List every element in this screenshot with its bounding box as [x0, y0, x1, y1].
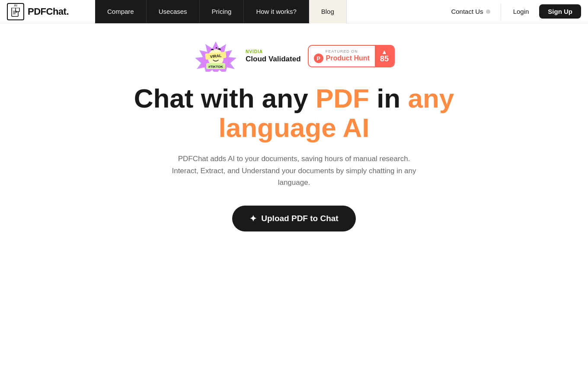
ph-count: 85	[380, 55, 389, 63]
contact-dot-icon	[486, 10, 490, 14]
headline-part2: in	[369, 83, 408, 113]
ph-upvote-arrow: ▲	[381, 49, 387, 55]
nav-item-how-it-works[interactable]: How it works?	[244, 0, 309, 23]
nvidia-badge: NVIDIA Cloud Validated	[246, 49, 301, 63]
badges-row: #TIKTOK VIRAL NVIDIA Cloud Validated FEA…	[193, 41, 395, 72]
ph-logo-circle: P	[314, 54, 323, 63]
cta-label: Upload PDF to Chat	[261, 214, 338, 223]
logo-icon: AI	[7, 3, 24, 20]
sparkle-icon: ✦	[249, 213, 257, 224]
ph-logo-row: P Product Hunt	[314, 54, 370, 63]
nav-item-blog[interactable]: Blog	[309, 0, 347, 23]
contact-us-label: Contact Us	[451, 8, 483, 15]
headline-pdf: PDF	[316, 83, 369, 113]
ph-badge-right: ▲ 85	[375, 46, 394, 67]
viral-badge: #TIKTOK VIRAL	[193, 41, 239, 72]
nvidia-label: NVIDIA	[246, 49, 263, 54]
ph-featured-label: FEATURED ON	[326, 49, 358, 54]
login-button[interactable]: Login	[506, 5, 536, 18]
svg-text:#TIKTOK: #TIKTOK	[208, 65, 223, 69]
headline-part1: Chat with any	[134, 83, 316, 113]
nav-item-pricing[interactable]: Pricing	[200, 0, 244, 23]
logo-text: PDFChat.	[28, 6, 69, 17]
upload-pdf-button[interactable]: ✦ Upload PDF to Chat	[232, 206, 355, 231]
logo-pdf-icon	[11, 8, 20, 19]
viral-badge-svg: #TIKTOK VIRAL	[193, 41, 239, 72]
nav-divider	[501, 3, 501, 20]
nav-item-compare[interactable]: Compare	[95, 0, 147, 23]
signup-button[interactable]: Sign Up	[539, 4, 581, 19]
logo[interactable]: AI PDFChat.	[0, 3, 95, 20]
nav-right: Contact Us Login Sign Up	[439, 3, 588, 20]
ph-badge-left: FEATURED ON P Product Hunt	[309, 47, 375, 66]
nav-menu: Compare Usecases Pricing How it works? B…	[95, 0, 439, 23]
contact-us-link[interactable]: Contact Us	[446, 5, 495, 18]
nav-item-usecases[interactable]: Usecases	[147, 0, 200, 23]
product-hunt-badge[interactable]: FEATURED ON P Product Hunt ▲ 85	[308, 45, 395, 67]
cloud-validated-label: Cloud Validated	[246, 55, 301, 63]
hero-section: #TIKTOK VIRAL NVIDIA Cloud Validated FEA…	[0, 23, 588, 257]
navbar: AI PDFChat. Compare Usecases Pricing How…	[0, 0, 588, 23]
hero-subheadline: PDFChat adds AI to your documents, savin…	[164, 153, 424, 188]
hero-headline: Chat with any PDF in any language AI	[99, 84, 489, 143]
ph-name-label: Product Hunt	[326, 54, 370, 62]
